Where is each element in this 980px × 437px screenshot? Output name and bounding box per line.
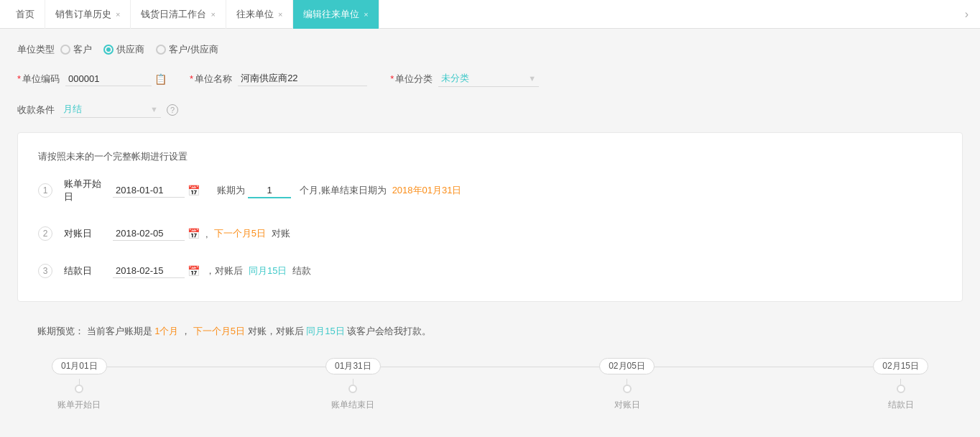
tab-sales-history-close[interactable]: × <box>116 10 120 19</box>
payment-terms-arrow-icon: ▼ <box>150 105 158 114</box>
unit-name-group: * 单位名称 <box>190 72 367 86</box>
period-desc-3-after: 结款 <box>292 264 311 277</box>
timeline-connector-0 <box>79 379 80 385</box>
period-payment-highlight: 同月15日 <box>249 264 287 277</box>
payment-terms-help-icon[interactable]: ? <box>167 104 178 116</box>
tab-edit-partner[interactable]: 编辑往来单位 × <box>293 0 379 29</box>
payment-terms-row: 收款条件 月结 ▼ ? <box>17 101 963 118</box>
timeline-container: 01月01日 账单开始日 01月31日 <box>37 358 943 411</box>
tab-cash-work-close[interactable]: × <box>211 10 215 19</box>
preview-reconcile-highlight: 下一个月5日 <box>193 326 245 336</box>
unit-name-label: 单位名称 <box>195 73 232 86</box>
unit-info-row: * 单位编码 📋 * 单位名称 * 单位分类 未分类 ▼ <box>17 70 963 87</box>
unit-category-star: * <box>390 73 394 84</box>
timeline-label-3: 结款日 <box>888 399 914 411</box>
timeline-label-0: 账单开始日 <box>57 399 101 411</box>
period-cal-icon-2[interactable]: 📅 <box>188 228 200 239</box>
timeline-dot-3 <box>897 385 905 393</box>
period-card: 请按照未来的一个完整帐期进行设置 1 账单开始日 📅 账期为 个月,账单结束日期… <box>17 132 963 302</box>
period-label-3: 结款日 <box>64 264 104 277</box>
timeline-connector-2 <box>627 379 627 385</box>
unit-name-star: * <box>190 73 193 84</box>
period-row-2: 2 对账日 📅 , 下一个月5日 对账 <box>38 226 942 247</box>
period-num-1: 1 <box>38 183 52 198</box>
timeline-dot-2 <box>623 385 632 393</box>
radio-supplier[interactable]: 供应商 <box>103 43 144 56</box>
timeline-point-3: 02月15日 结款日 <box>873 358 928 411</box>
page-content: 单位类型 客户 供应商 客户/供应商 * 单位编码 📋 * 单位名称 <box>0 29 980 437</box>
unit-code-input[interactable] <box>65 72 152 86</box>
preview-text: 账期预览： 当前客户账期是 1个月 ， 下一个月5日 对账，对账后 同月15日 … <box>37 325 943 338</box>
timeline-connector-1 <box>353 379 353 385</box>
preview-section: 账期预览： 当前客户账期是 1个月 ， 下一个月5日 对账，对账后 同月15日 … <box>17 313 963 426</box>
preview-before: 当前客户账期是 <box>87 326 152 336</box>
timeline-point-2: 02月05日 对账日 <box>599 358 655 411</box>
radio-both[interactable]: 客户/供应商 <box>156 43 218 56</box>
period-card-title: 请按照未来的一个完整帐期进行设置 <box>38 150 942 163</box>
period-date-input-1[interactable] <box>113 183 185 198</box>
radio-customer-circle <box>60 45 70 55</box>
tab-edit-partner-close[interactable]: × <box>364 10 368 19</box>
preview-end: 该客户会给我打款。 <box>347 326 431 336</box>
timeline-bubble-0: 01月01日 <box>52 358 107 374</box>
payment-terms-label: 收款条件 <box>17 104 55 116</box>
unit-code-label: 单位编码 <box>22 73 60 86</box>
timeline-bubble-2: 02月05日 <box>599 358 655 374</box>
timeline-connector-3 <box>900 379 901 385</box>
period-end-date-highlight: 2018年01月31日 <box>392 184 462 197</box>
radio-supplier-circle <box>103 45 114 55</box>
unit-category-group: * 单位分类 未分类 ▼ <box>390 70 539 87</box>
unit-code-calendar-icon[interactable]: 📋 <box>154 73 167 85</box>
timeline-dot-0 <box>75 385 83 393</box>
unit-type-row: 单位类型 客户 供应商 客户/供应商 <box>17 43 963 56</box>
payment-terms-value: 月结 <box>63 103 147 116</box>
period-row-1: 1 账单开始日 📅 账期为 个月,账单结束日期为 2018年01月31日 <box>38 178 942 209</box>
period-date-input-3[interactable] <box>113 264 185 278</box>
tab-partner[interactable]: 往来单位 × <box>226 0 293 29</box>
period-date-input-2[interactable] <box>113 226 185 241</box>
period-desc-2-before: , <box>205 229 208 239</box>
period-cal-icon-1[interactable]: 📅 <box>188 185 200 196</box>
period-num-3: 3 <box>38 264 52 278</box>
unit-category-label: 单位分类 <box>395 73 433 86</box>
tabs-bar: 首页 销售订单历史 × 钱货日清工作台 × 往来单位 × 编辑往来单位 × › <box>0 0 980 29</box>
unit-category-arrow-icon: ▼ <box>528 74 536 83</box>
timeline-label-2: 对账日 <box>614 399 640 411</box>
timeline-dot-1 <box>348 385 357 393</box>
radio-customer[interactable]: 客户 <box>60 43 92 56</box>
unit-name-input[interactable] <box>238 72 367 86</box>
unit-code-star: * <box>17 73 21 84</box>
tab-cash-work[interactable]: 钱货日清工作台 × <box>131 0 226 29</box>
unit-category-dropdown[interactable]: 未分类 ▼ <box>438 70 539 87</box>
timeline-point-0: 01月01日 账单开始日 <box>52 358 107 411</box>
period-label-2: 对账日 <box>64 227 104 240</box>
tab-sales-history[interactable]: 销售订单历史 × <box>45 0 131 29</box>
timeline-points: 01月01日 账单开始日 01月31日 <box>52 358 928 411</box>
preview-payment-highlight: 同月15日 <box>306 326 344 336</box>
payment-terms-dropdown[interactable]: 月结 ▼ <box>60 101 161 118</box>
unit-type-label: 单位类型 <box>17 43 55 56</box>
tab-partner-close[interactable]: × <box>278 10 282 19</box>
tab-more-button[interactable]: › <box>959 0 974 29</box>
period-cal-icon-3[interactable]: 📅 <box>188 265 200 277</box>
timeline-label-1: 账单结束日 <box>331 399 374 411</box>
period-desc-prefix-1: 账期为 <box>217 184 245 197</box>
unit-code-group: * 单位编码 📋 <box>17 72 167 86</box>
preview-middle2: 对账，对账后 <box>248 326 304 336</box>
period-row-3: 3 结款日 📅 ，对账后 同月15日 结款 <box>38 264 942 284</box>
preview-period-highlight: 1个月 <box>154 326 178 336</box>
radio-both-circle <box>156 45 166 55</box>
timeline-bubble-1: 01月31日 <box>325 358 381 374</box>
period-desc-3-before: ，对账后 <box>205 264 243 277</box>
preview-label: 账期预览： <box>37 326 84 336</box>
period-month-input[interactable] <box>248 183 291 198</box>
period-reconcile-highlight: 下一个月5日 <box>214 227 266 240</box>
unit-category-value: 未分类 <box>441 72 525 85</box>
period-desc-2-after: 对账 <box>272 227 290 240</box>
timeline-point-1: 01月31日 账单结束日 <box>325 358 381 411</box>
unit-type-radio-group: 客户 供应商 客户/供应商 <box>60 43 218 56</box>
preview-middle1: ， <box>181 326 190 336</box>
tab-home[interactable]: 首页 <box>6 0 45 29</box>
timeline-bubble-3: 02月15日 <box>873 358 928 374</box>
period-label-1: 账单开始日 <box>64 178 104 203</box>
